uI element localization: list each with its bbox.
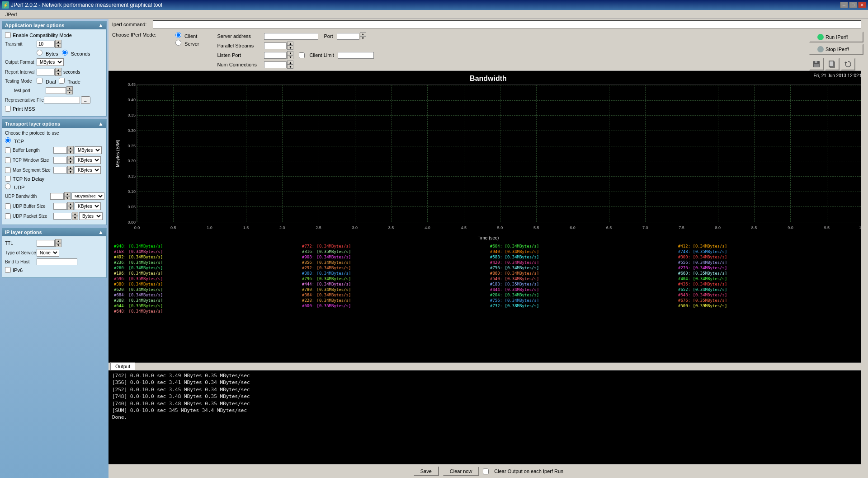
udp-buffer-input[interactable]: 41 bbox=[53, 203, 67, 210]
close-button[interactable]: ✕ bbox=[858, 2, 866, 8]
test-port-input[interactable]: 5,001 bbox=[46, 87, 66, 94]
ipv6-checkbox[interactable] bbox=[5, 267, 11, 273]
app-layer-header[interactable]: Application layer options ▲ bbox=[2, 21, 106, 29]
listen-port-down[interactable]: ▼ bbox=[287, 55, 293, 59]
ttl-input[interactable]: 1 bbox=[37, 240, 55, 247]
tos-select[interactable]: None bbox=[37, 249, 59, 257]
scrollbar[interactable] bbox=[861, 71, 868, 478]
seconds-label[interactable]: Seconds bbox=[62, 50, 90, 56]
listen-port-input[interactable]: 5,001 bbox=[264, 52, 287, 59]
udp-buffer-down[interactable]: ▼ bbox=[67, 206, 74, 210]
ttl-up[interactable]: ▲ bbox=[55, 239, 61, 243]
report-interval-up[interactable]: ▲ bbox=[55, 68, 61, 72]
buffer-length-checkbox[interactable] bbox=[5, 147, 11, 153]
bytes-label[interactable]: Bytes bbox=[37, 50, 58, 56]
buffer-length-unit-select[interactable]: MBytes bbox=[75, 146, 102, 154]
buffer-length-up[interactable]: ▲ bbox=[67, 146, 74, 150]
copy-icon-button[interactable] bbox=[825, 58, 840, 70]
maximize-button[interactable]: □ bbox=[849, 2, 857, 8]
clear-output-checkbox[interactable] bbox=[483, 469, 489, 474]
max-segment-input[interactable]: 1 bbox=[53, 167, 67, 173]
ttl-down[interactable]: ▼ bbox=[55, 243, 61, 247]
udp-packet-down[interactable]: ▼ bbox=[72, 216, 78, 220]
save-button[interactable]: Save bbox=[413, 466, 439, 476]
ip-layer-header[interactable]: IP layer options ▲ bbox=[2, 228, 106, 236]
tcp-radio[interactable] bbox=[5, 137, 11, 143]
trade-checkbox[interactable] bbox=[59, 78, 65, 84]
test-port-up[interactable]: ▲ bbox=[66, 86, 73, 90]
output-tab[interactable]: Output bbox=[110, 362, 135, 370]
tcp-window-unit-select[interactable]: KBytes bbox=[75, 156, 101, 164]
udp-packet-up[interactable]: ▲ bbox=[72, 212, 78, 216]
tcp-window-checkbox[interactable] bbox=[5, 157, 11, 163]
stream-item: #300: [0.34MBytes/s] bbox=[676, 254, 864, 260]
udp-packet-unit-select[interactable]: Bytes bbox=[79, 212, 103, 220]
refresh-icon-button[interactable] bbox=[841, 58, 855, 70]
compat-mode-checkbox[interactable] bbox=[5, 32, 11, 38]
seconds-radio[interactable] bbox=[62, 50, 68, 56]
transmit-up[interactable]: ▲ bbox=[55, 40, 61, 44]
dual-label[interactable]: Dual bbox=[37, 78, 56, 84]
udp-radio[interactable] bbox=[5, 183, 11, 189]
max-segment-down[interactable]: ▼ bbox=[67, 170, 74, 174]
parallel-streams-input[interactable]: 100 bbox=[264, 42, 287, 49]
max-segment-unit-select[interactable]: KBytes bbox=[75, 166, 101, 174]
test-port-down[interactable]: ▼ bbox=[66, 90, 73, 94]
parallel-streams-up[interactable]: ▲ bbox=[287, 42, 293, 46]
rep-file-browse-button[interactable]: ... bbox=[81, 96, 90, 104]
max-segment-up[interactable]: ▲ bbox=[67, 166, 74, 170]
transmit-input[interactable]: 10 bbox=[37, 41, 55, 47]
minimize-button[interactable]: ─ bbox=[840, 2, 848, 8]
run-iperf-button[interactable]: Run IPerf! bbox=[809, 32, 863, 42]
buffer-length-input[interactable]: 2 bbox=[53, 147, 67, 154]
trade-label[interactable]: Trade bbox=[59, 78, 80, 84]
bytes-radio[interactable] bbox=[37, 50, 42, 56]
max-segment-checkbox[interactable] bbox=[5, 167, 11, 173]
server-address-input[interactable]: 10.10.1.1 bbox=[264, 33, 318, 40]
client-radio[interactable] bbox=[175, 32, 181, 38]
tcp-window-input[interactable]: 56 bbox=[53, 157, 67, 164]
menu-jperf[interactable]: JPerf bbox=[2, 11, 21, 18]
stream-item: #620: [0.34MBytes/s] bbox=[112, 287, 300, 292]
clear-now-button[interactable]: Clear now bbox=[443, 466, 480, 476]
port-down[interactable]: ▼ bbox=[360, 36, 366, 40]
udp-buffer-checkbox[interactable] bbox=[5, 203, 11, 209]
client-limit-input[interactable] bbox=[338, 52, 374, 59]
stop-iperf-button[interactable]: Stop IPerf! bbox=[809, 44, 863, 55]
client-mode-label[interactable]: Client bbox=[175, 32, 199, 39]
port-input[interactable]: 5,001 bbox=[337, 33, 359, 40]
report-interval-input[interactable]: 1 bbox=[37, 69, 55, 75]
buffer-length-down[interactable]: ▼ bbox=[67, 150, 74, 154]
udp-bandwidth-input[interactable]: 1 bbox=[50, 193, 64, 200]
dual-checkbox[interactable] bbox=[37, 78, 42, 84]
udp-buffer-up[interactable]: ▲ bbox=[67, 202, 74, 206]
buffer-length-row: Buffer Length 2 ▲ ▼ MBytes bbox=[5, 146, 104, 154]
tcp-no-delay-checkbox[interactable] bbox=[5, 176, 11, 182]
num-connections-input[interactable]: 0 bbox=[264, 61, 287, 68]
save-icon-button[interactable] bbox=[809, 58, 824, 70]
udp-packet-input[interactable]: 1,500 bbox=[53, 213, 71, 220]
tcp-window-down[interactable]: ▼ bbox=[67, 160, 74, 164]
listen-port-up[interactable]: ▲ bbox=[287, 51, 293, 55]
tcp-window-up[interactable]: ▲ bbox=[67, 156, 74, 160]
udp-bandwidth-unit-select[interactable]: MBytes/sec bbox=[71, 192, 104, 200]
udp-buffer-unit-select[interactable]: KBytes bbox=[75, 202, 101, 210]
client-limit-checkbox[interactable] bbox=[299, 52, 305, 58]
udp-bandwidth-down[interactable]: ▼ bbox=[64, 196, 71, 200]
udp-bandwidth-up[interactable]: ▲ bbox=[64, 192, 71, 196]
num-connections-up[interactable]: ▲ bbox=[287, 61, 293, 65]
iperf-command-input[interactable]: bin/iperf.exe -c 10.10.1.1 -P 100 + 1 -p… bbox=[153, 20, 864, 28]
udp-packet-checkbox[interactable] bbox=[5, 213, 11, 219]
transmit-down[interactable]: ▼ bbox=[55, 44, 61, 48]
bind-host-input[interactable] bbox=[37, 258, 77, 265]
num-connections-down[interactable]: ▼ bbox=[287, 65, 293, 69]
rep-file-input[interactable] bbox=[44, 97, 80, 103]
server-radio[interactable] bbox=[175, 40, 181, 46]
transport-layer-header[interactable]: Transport layer options ▲ bbox=[2, 120, 106, 128]
output-format-select[interactable]: MBytes bbox=[37, 58, 64, 66]
report-interval-down[interactable]: ▼ bbox=[55, 72, 61, 76]
port-up[interactable]: ▲ bbox=[360, 32, 366, 36]
server-mode-label[interactable]: Server bbox=[175, 40, 199, 47]
print-mss-checkbox[interactable] bbox=[5, 106, 11, 112]
parallel-streams-down[interactable]: ▼ bbox=[287, 46, 293, 50]
